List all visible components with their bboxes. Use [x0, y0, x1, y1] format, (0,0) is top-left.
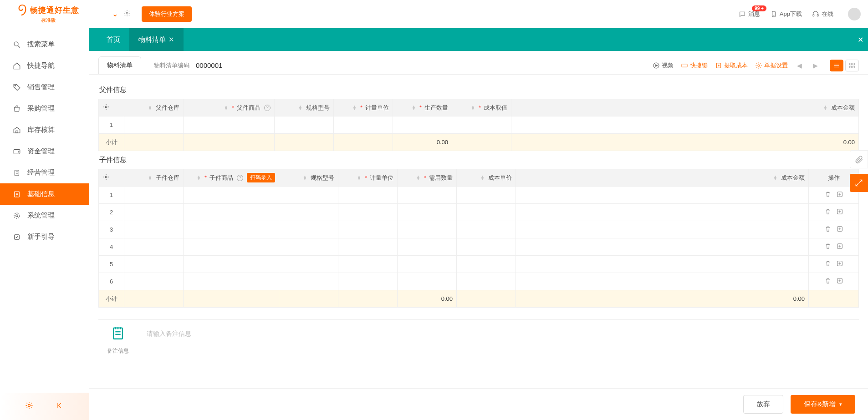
- row-index: 1: [99, 187, 124, 204]
- save-new-button[interactable]: 保存&新增 ▾: [791, 395, 855, 414]
- table-row[interactable]: 5: [99, 256, 859, 273]
- tabs-close-all-icon[interactable]: ✕: [858, 35, 863, 44]
- online-support-action[interactable]: 在线: [812, 10, 833, 18]
- tab-bom[interactable]: 物料清单 ✕: [129, 28, 184, 51]
- sidebar-label: 基础信息: [27, 190, 55, 198]
- delete-icon[interactable]: [824, 210, 832, 217]
- sidebar-footer: [0, 393, 89, 420]
- view-list-icon[interactable]: [830, 60, 843, 71]
- sidebar-item-operation[interactable]: 经营管理: [0, 162, 89, 183]
- sidebar-label: 新手引导: [27, 233, 55, 241]
- delete-icon[interactable]: [824, 227, 832, 234]
- svg-point-21: [28, 404, 31, 406]
- avatar[interactable]: [848, 8, 861, 20]
- sidebar-item-sales[interactable]: 销售管理: [0, 76, 89, 98]
- page-subtab[interactable]: 物料清单: [98, 56, 141, 74]
- tab-home[interactable]: 首页: [97, 28, 129, 51]
- col-parent-cost-amount[interactable]: ▲▼成本金额: [511, 99, 859, 116]
- sidebar-item-quicknav[interactable]: 快捷导航: [0, 55, 89, 76]
- delete-icon[interactable]: [824, 262, 832, 268]
- sidebar-item-finance[interactable]: 资金管理: [0, 141, 89, 162]
- col-parent-qty[interactable]: ▲▼*生产数量: [393, 99, 452, 116]
- add-row-icon[interactable]: [836, 244, 843, 251]
- col-parent-product[interactable]: ▲▼*父件商品?: [184, 99, 275, 116]
- svg-rect-24: [682, 64, 687, 67]
- sidebar-gear-icon[interactable]: [25, 401, 34, 412]
- col-child-unitcost[interactable]: ▲▼成本单价: [457, 169, 516, 187]
- doc-settings-action[interactable]: 单据设置: [755, 61, 788, 70]
- svg-line-6: [18, 46, 20, 48]
- shortcut-action[interactable]: 快捷键: [681, 61, 708, 70]
- col-child-warehouse[interactable]: ▲▼子件仓库: [124, 169, 184, 187]
- prev-doc-icon[interactable]: ◀: [795, 62, 804, 69]
- col-child-costamount[interactable]: ▲▼成本金额: [516, 169, 809, 187]
- col-settings-icon[interactable]: [99, 169, 124, 187]
- help-icon[interactable]: ?: [237, 175, 243, 181]
- extract-cost-action[interactable]: 提取成本: [715, 61, 748, 70]
- remark-input[interactable]: [145, 325, 854, 342]
- sidebar-item-purchase[interactable]: 采购管理: [0, 98, 89, 119]
- subtotal-label: 小计: [99, 134, 124, 151]
- parent-table: ▲▼父件仓库 ▲▼*父件商品? ▲▼规格型号 ▲▼*计量单位 ▲▼*生产数量 ▲…: [98, 99, 859, 151]
- scan-tag[interactable]: 扫码录入: [247, 173, 275, 182]
- next-doc-icon[interactable]: ▶: [811, 62, 820, 69]
- video-action[interactable]: 视频: [653, 61, 674, 70]
- brand-name: 畅捷通好生意: [30, 5, 79, 15]
- info-icon: [13, 190, 21, 198]
- main: 首页 物料清单 ✕ ✕ 物料清单 物料清单编码 0000001 视频: [89, 28, 868, 420]
- tabs-bar: 首页 物料清单 ✕ ✕: [89, 28, 868, 51]
- sidebar-item-inventory[interactable]: 库存核算: [0, 119, 89, 141]
- child-table: ▲▼子件仓库 ▲▼*子件商品?扫码录入 ▲▼规格型号 ▲▼*计量单位 ▲▼*需用…: [98, 169, 859, 308]
- table-row[interactable]: 3: [99, 221, 859, 238]
- warehouse-icon: [13, 126, 21, 134]
- delete-icon[interactable]: [824, 279, 832, 286]
- col-parent-warehouse[interactable]: ▲▼父件仓库: [124, 99, 184, 116]
- svg-rect-11: [15, 170, 19, 176]
- col-child-uom[interactable]: ▲▼*计量单位: [338, 169, 398, 187]
- child-section-title: 子件信息: [99, 156, 859, 164]
- org-selector[interactable]: ⌄: [112, 10, 131, 18]
- col-settings-icon[interactable]: [99, 99, 124, 116]
- sidebar-item-search[interactable]: 搜索菜单: [0, 34, 89, 55]
- add-row-icon[interactable]: [836, 262, 843, 268]
- table-row[interactable]: 1: [99, 187, 859, 204]
- add-row-icon[interactable]: [836, 192, 843, 199]
- app-download-action[interactable]: App下载: [770, 10, 802, 18]
- brand-sub: 标准版: [41, 17, 56, 24]
- col-parent-cost-mode[interactable]: ▲▼*成本取值: [452, 99, 511, 116]
- svg-point-7: [15, 85, 15, 86]
- delete-icon[interactable]: [824, 244, 832, 251]
- delete-icon[interactable]: [824, 192, 832, 199]
- add-row-icon[interactable]: [836, 210, 843, 217]
- discard-button[interactable]: 放弃: [743, 395, 783, 414]
- table-row[interactable]: 2: [99, 204, 859, 221]
- expand-icon[interactable]: [850, 174, 868, 192]
- col-child-reqqty[interactable]: ▲▼*需用数量: [398, 169, 457, 187]
- table-row[interactable]: 6: [99, 273, 859, 290]
- attachment-icon[interactable]: [850, 150, 868, 168]
- action-label: 单据设置: [764, 61, 788, 70]
- col-child-product[interactable]: ▲▼*子件商品?扫码录入: [184, 169, 279, 187]
- guide-icon: [13, 233, 21, 241]
- col-parent-spec[interactable]: ▲▼规格型号: [275, 99, 334, 116]
- table-row[interactable]: 4: [99, 238, 859, 256]
- close-icon[interactable]: ✕: [168, 35, 174, 44]
- brand-logo: 畅捷通好生意 标准版: [7, 4, 89, 24]
- add-row-icon[interactable]: [836, 279, 843, 286]
- sidebar-collapse-icon[interactable]: [56, 401, 65, 412]
- row-index: 4: [99, 238, 124, 256]
- add-row-icon[interactable]: [836, 227, 843, 234]
- messages-action[interactable]: 消息 99 +: [739, 10, 760, 18]
- promo-button[interactable]: 体验行业方案: [142, 6, 192, 22]
- table-row[interactable]: 1: [99, 116, 859, 134]
- col-child-spec[interactable]: ▲▼规格型号: [279, 169, 338, 187]
- sidebar-item-guide[interactable]: 新手引导: [0, 226, 89, 248]
- sidebar-item-basic[interactable]: 基础信息: [0, 183, 89, 205]
- gear-icon: [755, 62, 762, 69]
- sidebar: 搜索菜单 快捷导航 销售管理 采购管理 库存核算: [0, 28, 89, 420]
- view-grid-icon[interactable]: [845, 60, 859, 71]
- help-icon[interactable]: ?: [264, 105, 271, 111]
- gear-icon[interactable]: [123, 10, 131, 18]
- sidebar-item-system[interactable]: 系统管理: [0, 205, 89, 226]
- col-parent-uom[interactable]: ▲▼*计量单位: [334, 99, 393, 116]
